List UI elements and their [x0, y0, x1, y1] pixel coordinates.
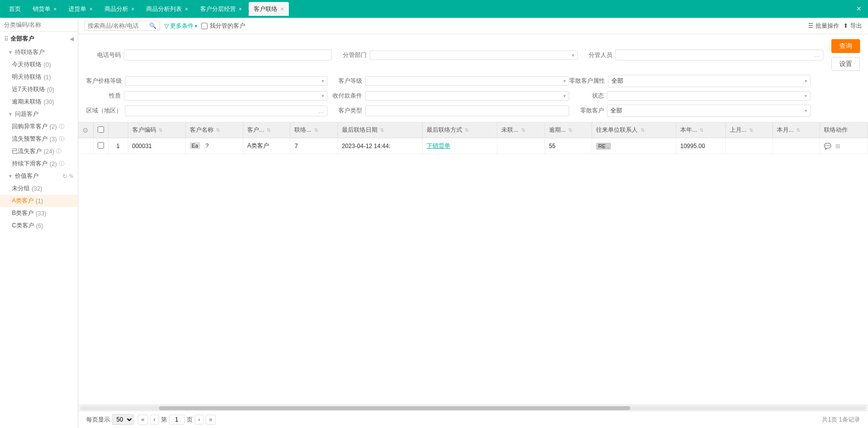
sidebar-pending-contact[interactable]: ▼ 待联络客户: [0, 46, 78, 58]
sidebar-declining-count: (2): [50, 160, 57, 167]
query-button[interactable]: 查询: [831, 39, 860, 53]
sidebar-item-7days[interactable]: 近7天待联络 (0): [0, 83, 78, 96]
total-info: 共1页 1条记录: [822, 416, 860, 424]
close-all-btn[interactable]: ×: [854, 4, 864, 13]
pag-next-btn[interactable]: ›: [195, 415, 204, 425]
sidebar-item-today[interactable]: 今天待联络 (0): [0, 58, 78, 71]
select-all-checkbox[interactable]: [98, 126, 104, 133]
nav-customer-contact[interactable]: 客户联络 ×: [249, 2, 288, 16]
nav-purchase-label: 进货单: [68, 5, 86, 13]
sidebar-item-churned[interactable]: 已流失客户 (24) ⓘ: [0, 145, 78, 158]
action-grid-icon[interactable]: ⊞: [835, 143, 840, 150]
th-unit-contact[interactable]: 往来单位联系人 ⇅: [592, 122, 676, 138]
export-btn[interactable]: ⬆ 导出: [843, 22, 862, 30]
pag-prev-btn[interactable]: ‹: [150, 415, 159, 425]
sidebar-edit-icon[interactable]: ✎: [69, 173, 74, 180]
th-name[interactable]: 客户名称 ⇅: [185, 122, 243, 138]
filter-row-1: 电话号码 分管部门 ▾ 分管人员 …: [86, 39, 860, 71]
sidebar-item-churn-warning[interactable]: 流失预警客户 (3) ⓘ: [0, 133, 78, 145]
filter-dept-select[interactable]: ▾: [370, 51, 578, 60]
sidebar-b-class-count: (33): [36, 210, 46, 217]
th-last-date[interactable]: 最后联络日期 ⇅: [337, 122, 422, 138]
th-contact[interactable]: 联络... ⇅: [290, 122, 337, 138]
sidebar-item-tomorrow[interactable]: 明天待联络 (1): [0, 71, 78, 83]
th-overdue[interactable]: 逾期... ⇅: [544, 122, 592, 138]
settings-button[interactable]: 设置: [831, 57, 860, 71]
filter-retail-attr-select[interactable]: 全部 ▾: [608, 75, 811, 87]
filter-price-level-select[interactable]: ▾: [125, 76, 327, 86]
main-search-input[interactable]: [88, 22, 147, 29]
nav-customer-segment-close[interactable]: ×: [239, 6, 242, 12]
sidebar-item-c-class[interactable]: C类客户 (6): [0, 219, 78, 232]
nav-purchase-close[interactable]: ×: [89, 6, 92, 12]
sidebar-item-repurchase[interactable]: 回购异常客户 (2) ⓘ: [0, 120, 78, 133]
filter-region-select[interactable]: …: [125, 106, 327, 116]
batch-op-btn[interactable]: ☰ 批量操作: [808, 22, 839, 30]
nav-customer-segment[interactable]: 客户分层经营 ×: [195, 2, 247, 16]
sidebar-churn-warning-info-icon[interactable]: ⓘ: [59, 135, 64, 143]
th-this-year[interactable]: 本年... ⇅: [676, 122, 725, 138]
table-gear-icon[interactable]: ⚙: [82, 126, 89, 134]
sidebar-refresh-icon[interactable]: ↻: [62, 173, 67, 180]
nav-product-list[interactable]: 商品分析列表 ×: [141, 2, 193, 16]
sidebar-collapse-icon[interactable]: ◀: [70, 36, 74, 42]
sidebar-item-overdue[interactable]: 逾期未联络 (30): [0, 96, 78, 108]
th-last-month[interactable]: 上月... ⇅: [725, 122, 772, 138]
filter-phone-input[interactable]: [124, 50, 332, 60]
th-last-method[interactable]: 最后联络方式 ⇅: [422, 122, 497, 138]
nav-product-analysis-close[interactable]: ×: [131, 6, 134, 12]
pag-nav: « ‹ 第 页 › »: [138, 415, 216, 425]
td-unit-contact: RE .: [592, 138, 676, 154]
nav-sales-close[interactable]: ×: [54, 6, 56, 12]
filter-person-input[interactable]: …: [615, 50, 823, 60]
sidebar-problem-customers[interactable]: ▼ 问题客户: [0, 108, 78, 120]
scroll-thumb[interactable]: [159, 406, 631, 410]
action-chat-icon[interactable]: 💬: [824, 143, 831, 150]
nav-sales[interactable]: 销货单 ×: [28, 2, 61, 16]
sidebar-declining-info-icon[interactable]: ⓘ: [59, 160, 64, 167]
filter-payment-select[interactable]: ▾: [365, 91, 569, 101]
td-last-method: 下销货单: [422, 138, 497, 154]
th-contact-label: 联络...: [294, 126, 311, 133]
filter-nature-select[interactable]: ▾: [124, 91, 327, 101]
nav-home[interactable]: 首页: [4, 2, 26, 16]
th-no-contact[interactable]: 未联... ⇅: [497, 122, 544, 138]
th-category[interactable]: 客户... ⇅: [243, 122, 290, 138]
sidebar-item-b-class[interactable]: B类客户 (33): [0, 207, 78, 219]
td-code: 000031: [128, 138, 185, 154]
sidebar-item-a-class[interactable]: A类客户 (1): [0, 195, 78, 207]
my-customers-check[interactable]: 我分管的客户: [201, 22, 245, 30]
sidebar-repurchase-info-icon[interactable]: ⓘ: [59, 123, 64, 130]
per-page-select[interactable]: 50: [112, 414, 134, 425]
nav-product-analysis[interactable]: 商品分析 ×: [100, 2, 139, 16]
th-contact-sort-icon: ⇅: [314, 127, 318, 133]
nav-customer-contact-close[interactable]: ×: [280, 6, 283, 12]
filter-customer-level-select[interactable]: ▾: [365, 76, 569, 86]
sidebar-all-customers[interactable]: ⠿ 全部客户 ◀: [0, 32, 78, 46]
sidebar-churn-warning-label: 流失预警客户: [12, 135, 48, 143]
sidebar-search-input[interactable]: [4, 21, 78, 28]
nav-product-list-close[interactable]: ×: [185, 6, 188, 12]
my-customers-checkbox[interactable]: [201, 23, 208, 29]
filter-cust-type-input[interactable]: [365, 106, 569, 116]
sidebar-churned-info-icon[interactable]: ⓘ: [56, 148, 61, 155]
sidebar-item-ungroup[interactable]: 未分组 (32): [0, 182, 78, 195]
nav-product-list-label: 商品分析列表: [146, 5, 182, 13]
row-last-method-link[interactable]: 下销货单: [427, 142, 450, 149]
horizontal-scrollbar[interactable]: [78, 405, 868, 411]
nav-purchase[interactable]: 进货单 ×: [63, 2, 97, 16]
pag-page-input[interactable]: [169, 415, 185, 425]
pag-last-btn[interactable]: »: [206, 415, 216, 425]
more-conditions-btn[interactable]: ▽ 更多条件 ▾: [164, 22, 197, 30]
sidebar-item-declining[interactable]: 持续下滑客户 (2) ⓘ: [0, 158, 78, 170]
th-code[interactable]: 客户编码 ⇅: [128, 122, 185, 138]
th-this-month[interactable]: 本月... ⇅: [772, 122, 819, 138]
main-search-icon[interactable]: 🔍: [149, 22, 157, 29]
scroll-track[interactable]: [80, 406, 866, 410]
filter-status-select[interactable]: ▾: [607, 91, 811, 101]
row-checkbox[interactable]: [98, 142, 104, 149]
pag-first-btn[interactable]: «: [138, 415, 148, 425]
filter-retail-select[interactable]: 全部 ▾: [607, 105, 811, 117]
sidebar-value-customers[interactable]: ▼ 价值客户 ↻ ✎: [0, 170, 78, 182]
th-this-month-label: 本月...: [777, 126, 794, 133]
